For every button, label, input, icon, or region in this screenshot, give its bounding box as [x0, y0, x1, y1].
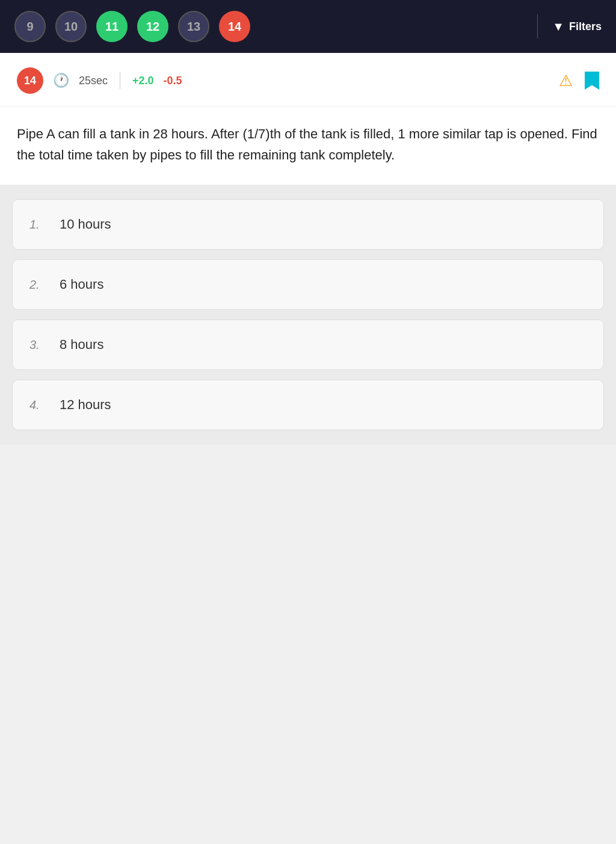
- option-card-2[interactable]: 2.6 hours: [12, 259, 604, 310]
- option-text-4: 12 hours: [60, 397, 111, 413]
- option-text-2: 6 hours: [60, 277, 103, 292]
- question-body: Pipe A can fill a tank in 28 hours. Afte…: [0, 106, 616, 185]
- question-bubble-9[interactable]: 9: [14, 11, 46, 42]
- main-content: 14 🕐 25sec +2.0 -0.5 ⚠ Pipe A can fill a…: [0, 53, 616, 445]
- header-icons-right: ⚠: [559, 72, 599, 90]
- score-positive: +2.0: [132, 75, 154, 87]
- option-text-1: 10 hours: [60, 217, 111, 232]
- question-text: Pipe A can fill a tank in 28 hours. Afte…: [17, 123, 599, 165]
- timer-icon: 🕐: [53, 73, 69, 88]
- option-number-1: 1.: [29, 218, 48, 232]
- option-number-2: 2.: [29, 278, 48, 292]
- question-header: 14 🕐 25sec +2.0 -0.5 ⚠: [0, 53, 616, 106]
- options-area: 1.10 hours2.6 hours3.8 hours4.12 hours: [0, 185, 616, 445]
- timer-text: 25sec: [79, 75, 108, 87]
- nav-divider: [537, 14, 538, 39]
- question-bubble-10[interactable]: 10: [55, 11, 87, 42]
- question-bubble-12[interactable]: 12: [137, 11, 168, 42]
- question-bubble-13[interactable]: 13: [178, 11, 209, 42]
- option-card-3[interactable]: 3.8 hours: [12, 319, 604, 370]
- warning-icon[interactable]: ⚠: [559, 72, 573, 90]
- question-bubble-14[interactable]: 14: [219, 11, 250, 42]
- filter-icon: ▼: [552, 20, 564, 34]
- header-divider: [120, 72, 120, 89]
- score-negative: -0.5: [164, 75, 182, 87]
- bookmark-icon[interactable]: [585, 72, 599, 90]
- question-number-badge: 14: [17, 67, 43, 94]
- option-number-3: 3.: [29, 338, 48, 352]
- question-bubble-11[interactable]: 11: [96, 11, 128, 42]
- filters-button[interactable]: ▼ Filters: [552, 20, 602, 34]
- filters-label: Filters: [569, 20, 602, 33]
- top-navigation: 91011121314 ▼ Filters: [0, 0, 616, 53]
- option-card-4[interactable]: 4.12 hours: [12, 380, 604, 430]
- option-card-1[interactable]: 1.10 hours: [12, 199, 604, 250]
- option-number-4: 4.: [29, 398, 48, 412]
- option-text-3: 8 hours: [60, 337, 103, 353]
